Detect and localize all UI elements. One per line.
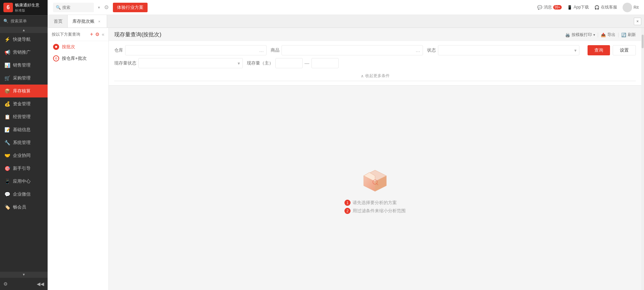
close-all-tabs-btn[interactable]: × [634, 18, 641, 25]
scheme-by-warehouse-batch[interactable]: 按仓库+批次 [48, 53, 108, 64]
collapse-panel-btn[interactable]: « [102, 32, 104, 37]
newuser-icon: 🎯 [4, 165, 10, 171]
filter-actions: 查询 设置 [588, 45, 636, 55]
sidebar-item-system[interactable]: 🔧 系统管理 [0, 136, 48, 149]
add-scheme-btn[interactable]: + [90, 31, 93, 37]
sidebar-item-newuser[interactable]: 🎯 新手引导 [0, 162, 48, 175]
collapse-sidebar-icon[interactable]: ◀◀ [37, 281, 44, 287]
scheme-by-warehouse-batch-label: 按仓库+批次 [62, 55, 87, 61]
tabbar: 首页 库存批次账 × × [48, 15, 644, 28]
sidebar-item-inventory[interactable]: 📦 库存核算 [0, 85, 48, 97]
topbar-right: 💬 消息 99+ 📱 App下载 🎧 在线客服 Rit [537, 3, 639, 12]
tab-inventory-batch[interactable]: 库存批次账 × [68, 15, 107, 28]
app-name: 畅康通好生意 [15, 3, 39, 8]
right-content: 现存量查询(按批次) 🖨️ 按模板打印 ▾ 📤 导出 🔄 [109, 28, 641, 290]
sidebar-item-label: 资金管理 [13, 101, 31, 107]
warehouse-input[interactable] [125, 45, 267, 55]
page-header-actions: 🖨️ 按模板打印 ▾ 📤 导出 🔄 刷新 [565, 32, 636, 38]
filter-status: 状态 ▾ [427, 45, 579, 55]
product-more-btn[interactable]: … [416, 48, 420, 53]
topbar-search-box[interactable]: 🔍 [53, 3, 94, 12]
filled-dot-icon [53, 44, 59, 50]
sidebar-item-marketing[interactable]: 📢 营销推广 [0, 46, 48, 59]
status-select[interactable] [438, 45, 579, 55]
sidebar-item-sales[interactable]: 📊 销售管理 [0, 59, 48, 72]
sidebar-search[interactable]: 🔍 搜索菜单 [0, 16, 48, 27]
product-input[interactable] [282, 45, 423, 55]
sidebar-scroll-up[interactable]: ▲ [0, 27, 48, 33]
topbar-dropdown-arrow[interactable]: ▾ [98, 5, 100, 10]
page-header: 现存量查询(按批次) 🖨️ 按模板打印 ▾ 📤 导出 🔄 [109, 28, 641, 41]
search-icon: 🔍 [3, 19, 9, 23]
operations-icon: 📋 [4, 114, 10, 120]
phone-icon: 📱 [567, 5, 572, 10]
warehouse-more-btn[interactable]: … [259, 48, 264, 53]
sidebar-item-operations[interactable]: 📋 经营管理 [0, 110, 48, 123]
sidebar-item-label: 快捷导航 [13, 36, 31, 42]
topbar-search-input[interactable] [62, 5, 91, 10]
experience-btn[interactable]: 体验行业方案 [113, 3, 148, 12]
print-dropdown-arrow[interactable]: ▾ [593, 33, 595, 37]
sidebar-item-label: 应用中心 [13, 178, 31, 184]
empty-icon [358, 162, 392, 196]
messages-btn[interactable]: 💬 消息 99+ [537, 4, 562, 10]
sidebar-item-label: 系统管理 [13, 140, 31, 146]
sidebar-header: 6 畅康通好生意 标准版 [0, 0, 48, 16]
sidebar-item-finance[interactable]: 💰 资金管理 [0, 97, 48, 110]
status-select-wrap: ▾ [438, 45, 579, 55]
settings-btn[interactable]: 设置 [613, 45, 636, 55]
sidebar-item-label: 新手引导 [13, 165, 31, 171]
topbar-settings-icon[interactable]: ⚙ [104, 4, 109, 11]
membership-icon: 🏷️ [4, 204, 10, 210]
tip-text-2: 用过滤条件来缩小分析范围 [353, 208, 406, 214]
filter-product: 商品 … [271, 45, 423, 55]
sidebar-item-label: 销售管理 [13, 62, 31, 68]
filter-inventory-qty: 现存量（主） — [247, 58, 375, 68]
tab-home[interactable]: 首页 [49, 15, 68, 28]
scheme-settings-icon[interactable]: ⚙ [95, 32, 100, 37]
refresh-btn[interactable]: 🔄 刷新 [621, 32, 636, 38]
sidebar-item-wechat[interactable]: 💬 企业微信 [0, 188, 48, 201]
tab-inventory-batch-label: 库存批次账 [72, 18, 95, 24]
left-panel-header-text: 按以下方案查询 [52, 32, 80, 37]
sidebar-item-enterprise[interactable]: 🤝 企业协同 [0, 149, 48, 162]
sidebar-item-label: 库存核算 [13, 88, 31, 94]
user-menu[interactable]: Rit [623, 3, 639, 12]
tab-close-panel: × [631, 15, 644, 28]
tab-inventory-batch-close[interactable]: × [97, 19, 102, 24]
collapse-more-conditions[interactable]: ∧ 收起更多条件 [114, 71, 636, 81]
scheme-by-batch[interactable]: 按批次 [48, 41, 108, 53]
warehouse-filter-label: 仓库 [114, 47, 123, 53]
divider-2 [618, 33, 618, 37]
online-service-btn[interactable]: 🎧 在线客服 [594, 4, 617, 10]
inventory-status-select[interactable] [138, 58, 243, 68]
app-download-btn[interactable]: 📱 App下载 [567, 4, 589, 10]
inventory-qty-to-input[interactable] [311, 58, 339, 68]
sidebar: 6 畅康通好生意 标准版 🔍 搜索菜单 ▲ ⚡ 快捷导航 📢 营销推广 📊 销售… [0, 0, 48, 290]
app-download-label: App下载 [574, 4, 589, 10]
sidebar-item-purchase[interactable]: 🛒 采购管理 [0, 72, 48, 85]
system-icon: 🔧 [4, 140, 10, 146]
inventory-qty-dash: — [305, 60, 309, 66]
settings-footer-icon[interactable]: ⚙ [3, 281, 8, 287]
right-scrollbar[interactable] [641, 28, 644, 290]
main-area: 🔍 ▾ ⚙ 体验行业方案 💬 消息 99+ 📱 App下载 🎧 在线客服 [48, 0, 644, 290]
export-icon: 📤 [601, 33, 606, 37]
export-btn[interactable]: 📤 导出 [601, 32, 615, 38]
print-template-btn[interactable]: 🖨️ 按模板打印 ▾ [565, 32, 595, 38]
export-label: 导出 [607, 32, 615, 38]
wechat-icon: 💬 [4, 191, 10, 197]
sidebar-item-label: 采购管理 [13, 75, 31, 81]
scroll-thumb[interactable] [642, 35, 644, 48]
inventory-qty-label: 现存量（主） [247, 60, 273, 66]
inventory-qty-from-input[interactable] [275, 58, 303, 68]
query-btn[interactable]: 查询 [588, 45, 610, 55]
empty-state: 1 请先选择要分析的方案 2 用过滤条件来缩小分析范围 [109, 86, 641, 290]
sidebar-item-appstore[interactable]: 📱 应用中心 [0, 175, 48, 188]
sidebar-scroll-down[interactable]: ▼ [0, 272, 48, 277]
sidebar-item-membership[interactable]: 🏷️ 畅会员 [0, 201, 48, 214]
sidebar-item-quick-nav[interactable]: ⚡ 快捷导航 [0, 33, 48, 46]
tip-num-1: 1 [344, 200, 351, 206]
sidebar-item-basics[interactable]: 📝 基础信息 [0, 123, 48, 136]
topbar: 🔍 ▾ ⚙ 体验行业方案 💬 消息 99+ 📱 App下载 🎧 在线客服 [48, 0, 644, 15]
